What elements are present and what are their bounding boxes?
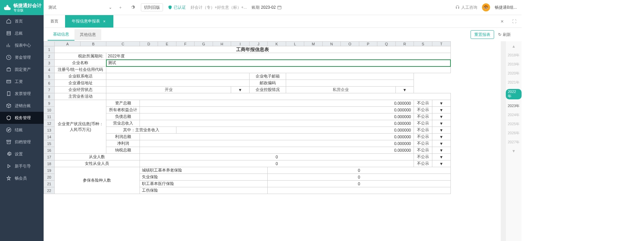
insurance-value[interactable] [268,187,450,194]
address-input[interactable] [106,80,249,87]
finance-value[interactable]: 0.000000 [140,113,414,120]
row-header[interactable]: 17 [44,154,55,160]
nav-tax[interactable]: 税务管理 [0,112,44,124]
row-header[interactable]: 12 [44,120,55,127]
row-header[interactable]: 21 [44,181,55,187]
close-icon[interactable]: × [102,19,107,24]
row-header[interactable]: 6 [44,80,55,87]
col-header[interactable]: T [432,42,450,46]
fullscreen-button[interactable]: ⛶ [509,17,519,26]
nav-archive[interactable]: 归档管理 [0,136,44,148]
add-company-button[interactable]: ＋ [117,4,124,11]
col-header[interactable]: C [106,42,140,46]
nav-stock[interactable]: 进销台账 [0,100,44,112]
scrollbar-vertical[interactable] [501,41,505,241]
nav-report[interactable]: 报表中心 [0,39,44,51]
year-2022年[interactable]: 2022年 [506,89,522,99]
female-count[interactable]: 0 [140,160,414,167]
reset-report-button[interactable]: 重置报表 [471,30,494,39]
zip-input[interactable] [286,80,414,87]
year-2026年[interactable]: 2026年 [508,131,520,136]
row-header[interactable]: 15 [44,140,55,147]
year-2021年[interactable]: 2021年 [508,80,520,85]
tab-home[interactable]: 首页 [44,15,65,28]
row-header[interactable]: 7 [44,87,55,93]
row-header[interactable]: 13 [44,127,55,134]
row-header[interactable]: 3 [44,60,55,66]
business-input[interactable] [106,93,450,100]
nav-fund[interactable]: 资金管理 [0,51,44,63]
phone-input[interactable] [106,73,249,80]
publish-select[interactable]: 不公示 [414,113,432,120]
insurance-value[interactable]: 0 [268,167,450,174]
nav-asset[interactable]: 固定资产 [0,63,44,76]
row-header[interactable]: 18 [44,160,55,167]
year-up[interactable]: ▲ [512,44,516,49]
year-down[interactable]: ▼ [512,149,516,153]
reg-no-input[interactable] [106,66,450,73]
username[interactable]: 畅捷通B组... [495,5,517,10]
status-select[interactable]: 开业 [106,87,231,93]
company-name-input[interactable]: 测试 [106,60,450,66]
finance-value[interactable]: 0.000000 [140,100,414,107]
nav-ledger[interactable]: 总账 [0,27,44,39]
year-2024年[interactable]: 2024年 [508,112,520,117]
col-header[interactable]: M [304,42,323,46]
col-header[interactable]: H [213,42,231,46]
col-header[interactable]: R [395,42,414,46]
publish-select[interactable]: 不公示 [414,127,432,134]
col-header[interactable]: I [231,42,250,46]
holding-select[interactable]: 私营企业 [286,87,395,93]
finance-value[interactable]: 0.000000 [140,107,414,113]
finance-value[interactable]: 0.000000 [140,120,414,127]
col-header[interactable]: O [341,42,359,46]
tab-close-all-button[interactable]: ✕ [497,17,507,26]
tab-annual-report[interactable]: 年报信息申报表 × [65,15,113,28]
year-2018年[interactable]: 2018年 [508,53,520,58]
col-header[interactable]: D [140,42,158,46]
publish-select[interactable]: 不公示 [414,154,432,160]
year-2020年[interactable]: 2020年 [508,71,520,76]
finance-value[interactable]: 0.000000 [140,147,414,154]
finance-value[interactable]: 0.000000 [140,140,414,147]
row-header[interactable]: 20 [44,174,55,181]
col-header[interactable]: Q [377,42,396,46]
period-value[interactable]: 2023-02 [261,5,276,10]
nav-setting[interactable]: 设置 [0,148,44,160]
year-2027年[interactable]: 2027年 [508,140,520,145]
insurance-value[interactable]: 0 [268,174,450,181]
row-header[interactable]: 2 [44,53,55,60]
ai-support-link[interactable]: 人工咨询 [455,5,477,10]
col-header[interactable]: K [268,42,286,46]
subtab-basic[interactable]: 基础信息 [48,29,74,41]
col-header[interactable]: S [414,42,432,46]
publish-select[interactable]: 不公示 [414,140,432,147]
row-header[interactable]: 8 [44,93,55,100]
year-2025年[interactable]: 2025年 [508,122,520,127]
subtab-other[interactable]: 其他信息 [74,29,101,40]
publish-select[interactable]: 不公示 [414,107,432,113]
col-header[interactable]: A [55,42,80,46]
finance-value[interactable]: 0.000000 [176,127,414,134]
nav-vip[interactable]: 畅会员 [0,172,44,184]
row-header[interactable]: 1 [44,46,55,53]
col-header[interactable]: G [195,42,213,46]
nav-guide[interactable]: 新手引导 [0,160,44,172]
year-2023年[interactable]: 2023年 [508,103,520,108]
company-select[interactable]: 测试 ⌄ [48,3,112,12]
row-header[interactable]: 14 [44,134,55,140]
col-header[interactable]: J [249,42,268,46]
row-header[interactable]: 10 [44,107,55,113]
email-input[interactable] [286,73,414,80]
col-header[interactable]: F [176,42,195,46]
row-header[interactable]: 19 [44,167,55,174]
col-header[interactable]: E [158,42,176,46]
nav-invoice[interactable]: 发票管理 [0,88,44,100]
refresh-button[interactable]: ↻ 刷新 [498,32,511,38]
col-header[interactable]: P [359,42,377,46]
switch-old-button[interactable]: 切到旧版 [141,3,163,11]
row-header[interactable]: 22 [44,187,55,194]
col-header[interactable]: N [322,42,341,46]
publish-select[interactable]: 不公示 [414,147,432,154]
year-2019年[interactable]: 2019年 [508,62,520,67]
